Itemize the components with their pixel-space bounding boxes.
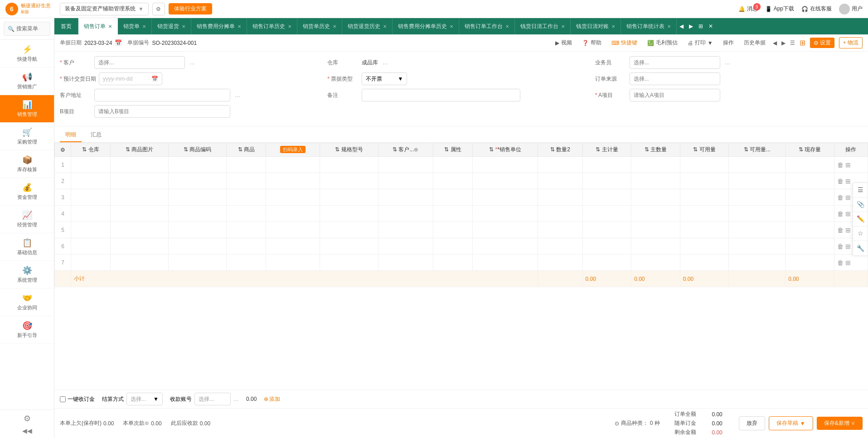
- industry-btn[interactable]: 体验行业方案: [169, 3, 212, 14]
- remarks-input[interactable]: [362, 89, 520, 101]
- row-warehouse[interactable]: [71, 173, 111, 189]
- salesperson-input[interactable]: [630, 56, 720, 69]
- row-spec[interactable]: [320, 238, 378, 255]
- row-available[interactable]: [680, 206, 729, 222]
- tab-expand-btn[interactable]: ⊞: [696, 23, 706, 29]
- sidebar-item-quicknav[interactable]: ⚡ 快捷导航: [0, 40, 54, 67]
- app-title[interactable]: 装备及固定资产辅助管理系统 ▼: [60, 3, 149, 15]
- row-code[interactable]: [169, 255, 227, 271]
- view-btn[interactable]: ▶ 视频: [553, 38, 575, 48]
- th-attr[interactable]: ⇅ 属性: [433, 143, 472, 157]
- row-main-qty[interactable]: [631, 189, 680, 206]
- row-spec[interactable]: [320, 222, 378, 238]
- th-warehouse[interactable]: ⇅ 仓库: [71, 143, 111, 157]
- row-product[interactable]: [227, 222, 266, 238]
- column-settings-icon[interactable]: ⚙: [60, 147, 65, 153]
- th-available[interactable]: ⇅ 可用量: [680, 143, 729, 157]
- row-main-qty[interactable]: [631, 173, 680, 189]
- online-support-item[interactable]: 🎧 在线客服: [801, 5, 832, 13]
- row-unit[interactable]: [472, 206, 538, 222]
- sidebar-item-guide[interactable]: 🎯 新手引导: [0, 316, 54, 344]
- user-item[interactable]: 用户: [839, 4, 863, 14]
- row-warehouse[interactable]: [71, 238, 111, 255]
- row-spec[interactable]: [320, 206, 378, 222]
- row-delete-icon[interactable]: 🗑: [837, 194, 844, 201]
- th-customer-no[interactable]: ⇅ 客户...⊙: [378, 143, 433, 157]
- row-attr[interactable]: [433, 222, 472, 238]
- scan-btn[interactable]: 扫码录入: [280, 146, 305, 153]
- row-product[interactable]: [227, 238, 266, 255]
- warehouse-more-icon[interactable]: …: [383, 59, 388, 66]
- row-unit[interactable]: [472, 255, 538, 271]
- row-available[interactable]: [680, 255, 729, 271]
- row-main-unit[interactable]: [582, 189, 631, 206]
- tab-close-11[interactable]: ✕: [611, 24, 615, 29]
- row-delete-icon[interactable]: 🗑: [837, 259, 844, 266]
- row-delete-icon[interactable]: 🗑: [837, 226, 844, 234]
- payment-account-select[interactable]: 选择...: [194, 393, 231, 405]
- row-qty2[interactable]: [538, 238, 582, 255]
- row-main-unit[interactable]: [582, 255, 631, 271]
- th-stock[interactable]: ⇅ 现存量: [786, 143, 834, 157]
- sidebar-item-collab[interactable]: 🤝 企业协同: [0, 289, 54, 316]
- row-code[interactable]: [169, 238, 227, 255]
- row-qty2[interactable]: [538, 255, 582, 271]
- tab-close-12[interactable]: ✕: [667, 24, 671, 29]
- payment-method-select[interactable]: 选择... ▼: [126, 393, 163, 405]
- row-unit[interactable]: [472, 173, 538, 189]
- sidebar-search-btn[interactable]: 🔍 搜索菜单: [4, 22, 50, 36]
- tab-close-all-btn[interactable]: ✕: [706, 23, 716, 29]
- row-product[interactable]: [227, 255, 266, 271]
- th-main-qty[interactable]: ⇅ 主数量: [631, 143, 680, 157]
- addr-more-icon[interactable]: …: [235, 92, 240, 98]
- row-spec[interactable]: [320, 173, 378, 189]
- right-icon-3[interactable]: ✏️: [853, 212, 868, 226]
- row-stock[interactable]: [786, 173, 834, 189]
- tab-invoice-hist[interactable]: 销货单历史 ✕: [297, 18, 342, 34]
- row-copy-icon[interactable]: ⊞: [845, 226, 851, 234]
- a-project-input[interactable]: [630, 89, 720, 101]
- tab-summary[interactable]: 汇总: [85, 128, 107, 142]
- row-customer-no[interactable]: [378, 255, 433, 271]
- customer-addr-input[interactable]: [94, 89, 230, 101]
- th-img[interactable]: ⇅ 商品图片: [110, 143, 168, 157]
- tab-close-3[interactable]: ✕: [182, 24, 185, 29]
- row-copy-icon[interactable]: ⊞: [845, 259, 851, 266]
- tab-detail[interactable]: 明细: [60, 128, 82, 142]
- toolbar-expand-icon[interactable]: ⊞: [800, 39, 805, 47]
- app-download-item[interactable]: 📱 App下载: [765, 5, 794, 13]
- row-customer-no[interactable]: [378, 238, 433, 255]
- row-stock[interactable]: [786, 206, 834, 222]
- tab-close-9[interactable]: ✕: [505, 24, 509, 29]
- tab-sales-return[interactable]: 销货退货 ✕: [152, 18, 191, 34]
- tab-sales-stats[interactable]: 销售订单统计表 ✕: [621, 18, 677, 34]
- tab-sales-order-close[interactable]: ✕: [108, 24, 112, 29]
- row-stock[interactable]: [786, 238, 834, 255]
- row-available[interactable]: [680, 189, 729, 206]
- sidebar-item-purchase[interactable]: 🛒 采购管理: [0, 123, 54, 150]
- row-code[interactable]: [169, 173, 227, 189]
- row-available[interactable]: [680, 173, 729, 189]
- row-customer-no[interactable]: [378, 206, 433, 222]
- row-main-qty[interactable]: [631, 206, 680, 222]
- row-attr[interactable]: [433, 238, 472, 255]
- row-warehouse[interactable]: [71, 255, 111, 271]
- sidebar-item-marketing[interactable]: 📢 营销推广: [0, 67, 54, 95]
- row-stock[interactable]: [786, 157, 834, 173]
- right-icon-2[interactable]: 📎: [853, 197, 868, 212]
- tab-sales-fee[interactable]: 销售费用分摊单 ✕: [191, 18, 247, 34]
- save-new-btn[interactable]: 保存&新增 ∨: [817, 417, 863, 430]
- row-qty2[interactable]: [538, 189, 582, 206]
- row-customer-no[interactable]: [378, 189, 433, 206]
- tab-next-btn[interactable]: ▶: [686, 23, 696, 29]
- tab-sales-order[interactable]: 销售订单 ✕: [78, 18, 118, 34]
- right-icon-1[interactable]: ☰: [853, 183, 868, 197]
- sidebar-item-system[interactable]: ⚙️ 系统管理: [0, 261, 54, 289]
- row-available2[interactable]: [729, 157, 786, 173]
- row-available2[interactable]: [729, 206, 786, 222]
- row-attr[interactable]: [433, 157, 472, 173]
- row-qty2[interactable]: [538, 206, 582, 222]
- row-code[interactable]: [169, 189, 227, 206]
- row-warehouse[interactable]: [71, 189, 111, 206]
- right-icon-4[interactable]: ☆: [853, 226, 868, 241]
